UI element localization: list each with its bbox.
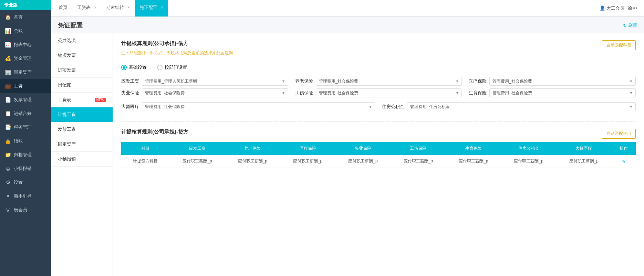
- tab-close-voucher-config[interactable]: ×: [161, 5, 163, 10]
- left-nav-item-pay-salary[interactable]: 发放工资: [51, 122, 113, 137]
- left-nav-label-fixed-asset: 固定资产: [58, 141, 76, 147]
- tab-period-close[interactable]: 期末结转×: [101, 0, 135, 17]
- col-header-失业保险: 失业保险: [335, 142, 391, 155]
- col-header-工伤保险: 工伤保险: [391, 142, 446, 155]
- debit-form-row3: 大额医疗 管理费用_社会保险费 ▼ 住房公积金 管理费用_住房公积金: [121, 102, 636, 111]
- tab-close-period-close[interactable]: ×: [127, 5, 130, 10]
- field-gongshang-select[interactable]: 管理费用_社会保险费: [316, 88, 462, 97]
- field-yingfa-select[interactable]: 管理费用_管理人员职工薪酬: [142, 77, 288, 86]
- field-shiye-select[interactable]: 管理费用_社会保险费: [142, 88, 288, 97]
- left-nav-item-journal[interactable]: 日记账: [51, 78, 113, 93]
- left-nav-item-debit-invoice[interactable]: 进项发票: [51, 63, 113, 78]
- sidebar-item-asset[interactable]: 🏢固定资产: [0, 65, 51, 79]
- tab-label-period-close: 期末结转: [106, 4, 124, 11]
- debit-section-header: 计提核算规则(公司承担)-借方 注：只能选择一种方式，系统将按照您当前的选择来配…: [121, 40, 636, 61]
- sidebar-item-settings[interactable]: ⚙设置: [0, 176, 51, 189]
- col-header-住房公积金: 住房公积金: [501, 142, 556, 155]
- field-daeyiliao-label: 大额医疗: [121, 104, 139, 110]
- sidebar-icon-sales: 📋: [5, 110, 11, 117]
- field-zhufang-select-wrap: 管理费用_住房公积金 ▼: [407, 102, 636, 111]
- col-header-养老保险: 养老保险: [225, 142, 280, 155]
- field-yiliao: 医疗保险 管理费用_社会保险费 ▼: [469, 77, 636, 86]
- radio-dept[interactable]: 按部门设置: [157, 64, 187, 71]
- left-nav-item-salary-table[interactable]: 工资表NEW: [51, 93, 113, 107]
- field-gongshang-label: 工伤保险: [295, 90, 313, 96]
- debit-section-note: 注：只能选择一种方式，系统将按照您当前的选择来配置规则: [121, 50, 233, 56]
- radio-basic-circle: [121, 65, 127, 70]
- sidebar-icon-archive: 📁: [5, 152, 11, 158]
- sidebar-item-member[interactable]: V畅会员: [0, 203, 51, 217]
- debit-auto-match-button[interactable]: 自动匹配科目: [602, 40, 636, 50]
- credit-section-header: 计提核算规则(公司承担)-贷方 自动匹配科目: [121, 129, 636, 139]
- debit-form-row1: 应发工资 管理费用_管理人员职工薪酬 ▼ 养老保险 管理费用_社会保险费: [121, 77, 636, 86]
- sidebar-item-archive[interactable]: 📁归档管理: [0, 148, 51, 162]
- refresh-label: 刷新: [628, 22, 637, 29]
- left-nav-item-credit-invoice[interactable]: 销项发票: [51, 48, 113, 63]
- field-yanglao-select[interactable]: 管理费用_社会保险费: [316, 77, 462, 86]
- left-nav-item-public[interactable]: 公共选项: [51, 33, 113, 48]
- radio-basic[interactable]: 基础设置: [121, 64, 147, 71]
- sidebar-item-xiaochangrep[interactable]: ©小畅报销: [0, 162, 51, 176]
- sidebar-icon-tax: 📑: [5, 124, 11, 130]
- tab-close-salary-table[interactable]: ×: [94, 5, 96, 10]
- field-zhufang-select[interactable]: 管理费用_住房公积金: [407, 102, 636, 111]
- sidebar-item-close[interactable]: 🔒结账: [0, 134, 51, 148]
- debit-section-titles: 计提核算规则(公司承担)-借方 注：只能选择一种方式，系统将按照您当前的选择来配…: [121, 40, 233, 61]
- cell-subject: 计提贷方科目: [121, 155, 170, 168]
- left-nav-item-fixed-asset[interactable]: 固定资产: [51, 137, 113, 152]
- sidebar-item-fund[interactable]: 💰资金管理: [0, 52, 51, 65]
- field-shengyu: 生育保险 管理费用_社会保险费 ▼: [469, 88, 636, 97]
- radio-basic-label: 基础设置: [129, 64, 147, 71]
- radio-dept-circle: [157, 65, 163, 70]
- left-nav-label-debit-invoice: 进项发票: [58, 67, 76, 73]
- field-yanglao-select-wrap: 管理费用_社会保险费 ▼: [316, 77, 462, 86]
- sidebar-label-archive: 归档管理: [14, 152, 32, 158]
- col-header-操作: 操作: [612, 142, 636, 155]
- sidebar-item-report[interactable]: 📈报表中心: [0, 38, 51, 52]
- refresh-button[interactable]: ↻ 刷新: [623, 22, 637, 29]
- sidebar-icon-fund: 💰: [5, 55, 11, 62]
- tab-salary-table[interactable]: 工资表×: [72, 0, 101, 17]
- sidebar-label-asset: 固定资产: [14, 69, 32, 75]
- field-daeyiliao-select-wrap: 管理费用_社会保险费 ▼: [142, 102, 375, 111]
- sidebar-icon-close: 🔒: [5, 138, 11, 144]
- sidebar-item-salary[interactable]: 💼工资: [0, 79, 51, 93]
- credit-auto-match-button[interactable]: 自动匹配科目: [602, 129, 636, 139]
- sidebar-icon-member: V: [5, 207, 11, 213]
- field-yiliao-select[interactable]: 管理费用_社会保险费: [489, 77, 636, 86]
- page-header: 凭证配置 ↻ 刷新: [51, 17, 644, 33]
- sidebar-icon-home: 🏠: [5, 14, 11, 20]
- sidebar-item-home[interactable]: 🏠首页: [0, 10, 51, 24]
- left-nav-item-calc-salary[interactable]: 计提工资: [51, 107, 113, 122]
- sidebar-label-settings: 设置: [14, 179, 23, 185]
- tab-voucher-config[interactable]: 凭证配置×: [135, 0, 168, 17]
- user-info: 👤 大工会员 徐•••: [600, 5, 637, 11]
- field-shiye-label: 失业保险: [121, 90, 139, 96]
- sidebar-label-invoice: 发票管理: [14, 97, 32, 103]
- left-nav: 公共选项销项发票进项发票日记账工资表NEW计提工资发放工资固定资产小畅报销: [51, 33, 113, 276]
- sidebar-item-ledger[interactable]: 📊总账: [0, 24, 51, 38]
- sidebar-label-member: 畅会员: [14, 207, 27, 213]
- col-header-应发工资: 应发工资: [170, 142, 225, 155]
- field-shengyu-label: 生育保险: [469, 90, 487, 96]
- content-area: 公共选项销项发票进项发票日记账工资表NEW计提工资发放工资固定资产小畅报销 计提…: [51, 33, 644, 276]
- field-yiliao-label: 医疗保险: [469, 78, 487, 84]
- col-header-科目: 科目: [121, 142, 170, 155]
- field-shengyu-select[interactable]: 管理费用_社会保险费: [489, 88, 636, 97]
- debit-section: 计提核算规则(公司承担)-借方 注：只能选择一种方式，系统将按照您当前的选择来配…: [121, 40, 636, 111]
- field-zhufang-label: 住房公积金: [382, 104, 404, 110]
- sidebar-item-sales[interactable]: 📋进销台账: [0, 107, 51, 120]
- sidebar-item-invoice[interactable]: 📄发票管理: [0, 93, 51, 107]
- cell-action[interactable]: ✎: [612, 155, 636, 168]
- col-header-医疗保险: 医疗保险: [280, 142, 335, 155]
- field-daeyiliao-select[interactable]: 管理费用_社会保险费: [142, 102, 375, 111]
- table-row: 计提贷方科目应付职工薪酬_p应付职工薪酬_p应付职工薪酬_p应付职工薪酬_p应付…: [121, 155, 636, 168]
- left-nav-label-public: 公共选项: [58, 38, 76, 44]
- left-nav-item-xiaochang-exp[interactable]: 小畅报销: [51, 152, 113, 167]
- sidebar-item-guide[interactable]: ✦新手引导: [0, 189, 51, 203]
- edit-icon[interactable]: ✎: [622, 159, 626, 164]
- sidebar-item-tax[interactable]: 📑税务管理: [0, 120, 51, 134]
- tab-home[interactable]: 首页: [54, 0, 72, 17]
- sidebar-icon-asset: 🏢: [5, 69, 11, 75]
- debit-section-title: 计提核算规则(公司承担)-借方: [121, 40, 233, 47]
